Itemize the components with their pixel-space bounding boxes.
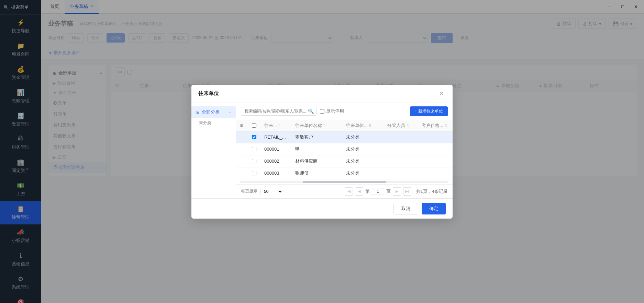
- row-settings-cell: [236, 158, 248, 164]
- row-checkbox[interactable]: [252, 159, 256, 163]
- dth-checkbox: [248, 123, 261, 129]
- page-input[interactable]: [372, 188, 384, 195]
- row-checkbox[interactable]: [252, 147, 256, 151]
- dialog-search-bar: 🔍 显示停用 + 新增往来单位: [236, 103, 453, 120]
- dialog-body: ⊞ 全部分类 « 未分类 🔍 显示停用: [191, 103, 453, 198]
- collapse-sidebar-icon[interactable]: «: [229, 110, 231, 114]
- cancel-button[interactable]: 取消: [393, 203, 418, 214]
- row-checkbox-cell[interactable]: [248, 134, 261, 140]
- dialog-table: ⚙ 往来... ⇅ 往来单位名称 ⇅ 往来单位... ⇅ 分管人员 ⇅ 客户价格…: [236, 120, 453, 179]
- row-manager-cell: [384, 146, 418, 152]
- dialog-sidebar-uncat[interactable]: 未分类: [191, 118, 236, 128]
- row-category-cell: 未分类: [343, 170, 384, 176]
- row-name-cell: 甲: [292, 146, 343, 152]
- row-manager-cell: [384, 134, 418, 140]
- row-checkbox[interactable]: [252, 135, 256, 139]
- table-row[interactable]: RETAIL_... 零散客户 未分类: [236, 131, 453, 143]
- row-checkbox-cell[interactable]: [248, 146, 261, 152]
- table-row[interactable]: 000002 材料供应商 未分类: [236, 155, 453, 167]
- dth-category: 往来单位... ⇅: [343, 123, 384, 129]
- row-code-cell: RETAIL_...: [261, 134, 292, 140]
- row-name-cell: 张师傅: [292, 170, 343, 176]
- dth-name: 往来单位名称 ⇅: [292, 123, 343, 129]
- scrollbar-track: [240, 181, 448, 183]
- dialog-close-btn[interactable]: ✕: [437, 90, 446, 98]
- page-nav: |◀ ◀ 第 页 ▶ ▶| 共1页，4条记录: [345, 187, 448, 196]
- row-price-cell: [418, 134, 453, 140]
- page-label: 第: [365, 188, 370, 195]
- dialog-main: 🔍 显示停用 + 新增往来单位 ⚙ 往来... ⇅ 往来单位名称: [236, 103, 453, 198]
- first-page-btn[interactable]: |◀: [345, 187, 353, 196]
- add-counterparty-btn[interactable]: + 新增往来单位: [410, 106, 448, 116]
- row-checkbox-cell[interactable]: [248, 170, 261, 176]
- row-code-cell: 000002: [261, 158, 292, 164]
- row-settings-cell: [236, 146, 248, 152]
- dth-manager: 分管人员 ⇅: [384, 123, 418, 129]
- row-price-cell: [418, 158, 453, 164]
- per-page-select[interactable]: 50 100: [260, 188, 283, 195]
- row-category-cell: 未分类: [343, 146, 384, 152]
- horizontal-scrollbar[interactable]: [236, 179, 453, 184]
- per-page-label: 每页显示: [241, 188, 257, 194]
- dialog-pagination: 每页显示 50 100 |◀ ◀ 第 页 ▶ ▶| 共1页，4条记录: [236, 184, 453, 198]
- show-disabled-label[interactable]: 显示停用: [320, 108, 344, 114]
- row-code-cell: 000001: [261, 146, 292, 152]
- next-page-btn[interactable]: ▶: [393, 187, 401, 196]
- dialog-actions: 取消 确定: [191, 198, 453, 219]
- confirm-button[interactable]: 确定: [422, 203, 446, 214]
- row-settings-cell: [236, 170, 248, 176]
- dialog-table-header: ⚙ 往来... ⇅ 往来单位名称 ⇅ 往来单位... ⇅ 分管人员 ⇅ 客户价格…: [236, 120, 453, 131]
- show-disabled-checkbox[interactable]: [320, 109, 324, 114]
- show-disabled-text: 显示停用: [326, 108, 344, 114]
- counterparty-dialog: 往来单位 ✕ ⊞ 全部分类 « 未分类 🔍: [191, 85, 453, 219]
- grid-icon: ⊞: [196, 110, 200, 115]
- search-wrap: 🔍: [241, 107, 317, 116]
- dialog-search-input[interactable]: [241, 107, 317, 116]
- row-checkbox[interactable]: [252, 171, 256, 175]
- row-category-cell: 未分类: [343, 134, 384, 140]
- row-category-cell: 未分类: [343, 158, 384, 164]
- row-price-cell: [418, 170, 453, 176]
- row-name-cell: 材料供应商: [292, 158, 343, 164]
- row-price-cell: [418, 146, 453, 152]
- dth-price: 客户价格... ⇅: [418, 123, 453, 129]
- dialog-sidebar: ⊞ 全部分类 « 未分类: [191, 103, 236, 198]
- row-manager-cell: [384, 170, 418, 176]
- table-row[interactable]: 000003 张师傅 未分类: [236, 167, 453, 179]
- prev-page-btn[interactable]: ◀: [355, 187, 363, 196]
- dth-code: 往来... ⇅: [261, 123, 292, 129]
- dialog-title: 往来单位: [198, 90, 219, 97]
- dialog-sidebar-all[interactable]: ⊞ 全部分类 «: [191, 106, 236, 118]
- row-settings-cell: [236, 134, 248, 140]
- scrollbar-thumb[interactable]: [303, 181, 386, 183]
- row-name-cell: 零散客户: [292, 134, 343, 140]
- last-page-btn[interactable]: ▶|: [403, 187, 411, 196]
- dialog-select-all[interactable]: [252, 123, 256, 128]
- dialog-sidebar-all-label: 全部分类: [202, 109, 220, 115]
- dialog-overlay: 往来单位 ✕ ⊞ 全部分类 « 未分类 🔍: [0, 0, 644, 303]
- row-checkbox-cell[interactable]: [248, 158, 261, 164]
- row-code-cell: 000003: [261, 170, 292, 176]
- total-label: 共1页，4条记录: [416, 188, 448, 195]
- row-manager-cell: [384, 158, 418, 164]
- dth-settings: ⚙: [236, 123, 248, 129]
- page-unit-label: 页: [386, 188, 391, 195]
- table-row[interactable]: 000001 甲 未分类: [236, 143, 453, 155]
- search-icon: 🔍: [308, 108, 314, 114]
- dialog-header: 往来单位 ✕: [191, 85, 453, 103]
